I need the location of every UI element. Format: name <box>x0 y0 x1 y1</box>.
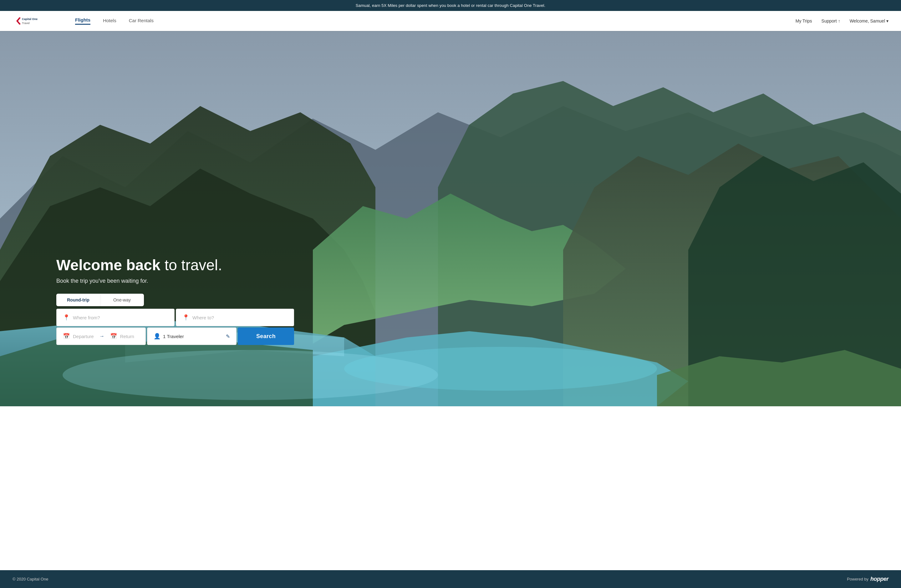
support-link[interactable]: Support ↑ <box>822 19 840 23</box>
nav-hotels[interactable]: Hotels <box>103 18 116 24</box>
copyright: © 2020 Capital One <box>12 577 48 582</box>
date-traveler-row: 📅 Departure → 📅 Return 👤 1 Traveler ✎ Se… <box>56 327 294 345</box>
trip-type-selector: Round-trip One-way <box>56 294 144 306</box>
hero-section: Welcome back to travel. Book the trip yo… <box>0 31 901 570</box>
support-label: Support <box>822 19 837 23</box>
location-row: 📍 Where from? 📍 Where to? <box>56 309 294 326</box>
hero-background <box>0 31 901 406</box>
footer: © 2020 Capital One Powered by hopper <box>0 570 901 588</box>
support-icon: ↑ <box>838 19 840 23</box>
powered-by: Powered by hopper <box>847 576 889 582</box>
hero-title: Welcome back to travel. <box>56 256 294 274</box>
one-way-button[interactable]: One-way <box>100 294 144 306</box>
departure-field[interactable]: 📅 Departure → 📅 Return <box>56 327 146 345</box>
search-form: 📍 Where from? 📍 Where to? 📅 Departure → … <box>56 309 294 345</box>
nav-right: My Trips Support ↑ Welcome, Samuel ▾ <box>796 19 889 23</box>
where-to-placeholder: Where to? <box>192 315 214 320</box>
person-icon: 👤 <box>154 333 161 340</box>
logo: Capital One Travel <box>12 15 56 27</box>
traveler-count: 1 Traveler <box>163 334 184 339</box>
chevron-down-icon: ▾ <box>886 19 889 23</box>
hero-content: Welcome back to travel. Book the trip yo… <box>56 256 294 345</box>
where-from-placeholder: Where from? <box>73 315 100 320</box>
nav-flights[interactable]: Flights <box>75 17 90 25</box>
where-from-field[interactable]: 📍 Where from? <box>56 309 175 326</box>
arrow-right-icon: → <box>100 333 104 339</box>
user-menu[interactable]: Welcome, Samuel ▾ <box>850 19 889 23</box>
svg-text:Capital One: Capital One <box>22 17 37 21</box>
nav-car-rentals[interactable]: Car Rentals <box>129 18 154 24</box>
departure-label: Departure <box>73 334 94 339</box>
departure-calendar-icon: 📅 <box>63 333 70 340</box>
traveler-field[interactable]: 👤 1 Traveler ✎ <box>147 327 237 345</box>
hero-title-bold: Welcome back <box>56 257 161 273</box>
banner-message: Samual, earn 5X Miles per dollar spent w… <box>356 3 546 8</box>
return-label: Return <box>120 334 134 339</box>
powered-by-label: Powered by <box>847 577 868 582</box>
promo-banner: Samual, earn 5X Miles per dollar spent w… <box>0 0 901 11</box>
return-calendar-icon: 📅 <box>110 333 117 340</box>
svg-text:Travel: Travel <box>22 22 30 25</box>
welcome-label: Welcome, Samuel <box>850 19 885 23</box>
search-button[interactable]: Search <box>238 327 294 345</box>
my-trips-link[interactable]: My Trips <box>796 19 812 23</box>
navbar: Capital One Travel Flights Hotels Car Re… <box>0 11 901 31</box>
destination-pin-icon: 📍 <box>182 314 189 321</box>
logo-area[interactable]: Capital One Travel <box>12 15 56 27</box>
hero-title-normal: to travel. <box>161 257 222 273</box>
nav-links: Flights Hotels Car Rentals <box>75 17 796 25</box>
svg-point-4 <box>344 347 657 390</box>
hopper-brand: hopper <box>870 576 889 582</box>
hero-subtitle: Book the trip you've been waiting for. <box>56 278 294 284</box>
round-trip-button[interactable]: Round-trip <box>56 294 100 306</box>
where-to-field[interactable]: 📍 Where to? <box>176 309 294 326</box>
edit-icon[interactable]: ✎ <box>226 333 230 339</box>
location-pin-icon: 📍 <box>63 314 70 321</box>
